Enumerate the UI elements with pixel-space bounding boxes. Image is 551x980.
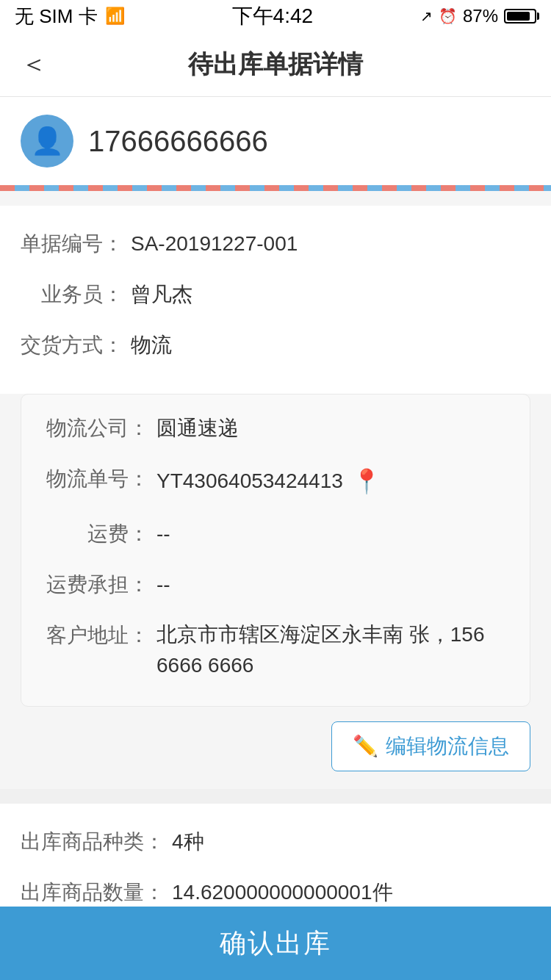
alarm-icon: ⏰ xyxy=(439,7,457,25)
address-label: 客户地址： xyxy=(39,619,149,652)
product-quantity-row: 出库商品数量： 14.620000000000001件 xyxy=(21,876,530,909)
battery-icon xyxy=(504,9,536,24)
dashed-divider xyxy=(0,185,551,191)
sales-person-value: 曾凡杰 xyxy=(123,278,530,311)
tracking-no-label: 物流单号： xyxy=(39,463,149,496)
battery-fill xyxy=(507,12,530,21)
sales-person-row: 业务员： 曾凡杰 xyxy=(21,278,530,311)
product-quantity-label: 出库商品数量： xyxy=(21,876,165,909)
avatar-icon: 👤 xyxy=(31,126,64,156)
location-pin-icon[interactable]: 📍 xyxy=(352,463,381,500)
avatar: 👤 xyxy=(21,115,73,167)
tracking-no-value: YT43064053424413 xyxy=(156,465,343,498)
nav-bar: ＜ 待出库单据详情 xyxy=(0,32,551,97)
customer-header: 👤 17666666666 xyxy=(0,97,551,185)
edit-btn-label: 编辑物流信息 xyxy=(386,732,509,760)
address-row: 客户地址： 北京市市辖区海淀区永丰南 张，156 6666 6666 xyxy=(39,619,512,681)
document-no-value: SA-20191227-001 xyxy=(123,228,530,261)
order-info-section: 单据编号： SA-20191227-001 业务员： 曾凡杰 交货方式： 物流 xyxy=(0,206,551,394)
confirm-button[interactable]: 确认出库 xyxy=(0,907,551,980)
section-divider-1 xyxy=(0,789,551,804)
delivery-method-label: 交货方式： xyxy=(21,329,123,362)
freight-label: 运费： xyxy=(39,518,149,551)
company-row: 物流公司： 圆通速递 xyxy=(39,412,512,445)
freight-bearer-label: 运费承担： xyxy=(39,569,149,602)
edit-logistics-button[interactable]: ✏️ 编辑物流信息 xyxy=(331,721,530,771)
company-label: 物流公司： xyxy=(39,412,149,445)
wifi-icon: 📶 xyxy=(105,7,125,26)
product-type-row: 出库商品种类： 4种 xyxy=(21,826,530,859)
document-no-row: 单据编号： SA-20191227-001 xyxy=(21,228,530,261)
back-button[interactable]: ＜ xyxy=(21,46,47,82)
product-type-label: 出库商品种类： xyxy=(21,826,165,859)
confirm-label: 确认出库 xyxy=(220,926,331,962)
product-type-value: 4种 xyxy=(165,826,530,859)
edit-btn-wrap: ✏️ 编辑物流信息 xyxy=(0,721,551,789)
location-arrow-icon: ↗ xyxy=(420,7,433,25)
document-no-label: 单据编号： xyxy=(21,228,123,261)
address-value: 北京市市辖区海淀区永丰南 张，156 6666 6666 xyxy=(149,619,512,681)
product-quantity-value: 14.620000000000001件 xyxy=(165,876,530,909)
logistics-card: 物流公司： 圆通速递 物流单号： YT43064053424413 📍 运费： … xyxy=(21,394,530,707)
sales-person-label: 业务员： xyxy=(21,278,123,311)
status-time: 下午4:42 xyxy=(232,2,314,30)
status-right: ↗ ⏰ 87% xyxy=(420,6,536,26)
battery-percent: 87% xyxy=(463,6,498,26)
delivery-method-row: 交货方式： 物流 xyxy=(21,329,530,362)
page-title: 待出库单据详情 xyxy=(188,48,363,82)
tracking-no-row: 物流单号： YT43064053424413 📍 xyxy=(39,463,512,500)
customer-phone: 17666666666 xyxy=(88,125,268,158)
edit-icon: ✏️ xyxy=(353,734,378,758)
freight-bearer-value: -- xyxy=(149,569,512,602)
tracking-no-row-value: YT43064053424413 📍 xyxy=(149,463,512,500)
freight-value: -- xyxy=(149,518,512,551)
status-left: 无 SIM 卡 📶 xyxy=(15,4,125,29)
freight-row: 运费： -- xyxy=(39,518,512,551)
freight-bearer-row: 运费承担： -- xyxy=(39,569,512,602)
carrier-label: 无 SIM 卡 xyxy=(15,4,98,29)
company-value: 圆通速递 xyxy=(149,412,512,445)
delivery-method-value: 物流 xyxy=(123,329,530,362)
status-bar: 无 SIM 卡 📶 下午4:42 ↗ ⏰ 87% xyxy=(0,0,551,32)
